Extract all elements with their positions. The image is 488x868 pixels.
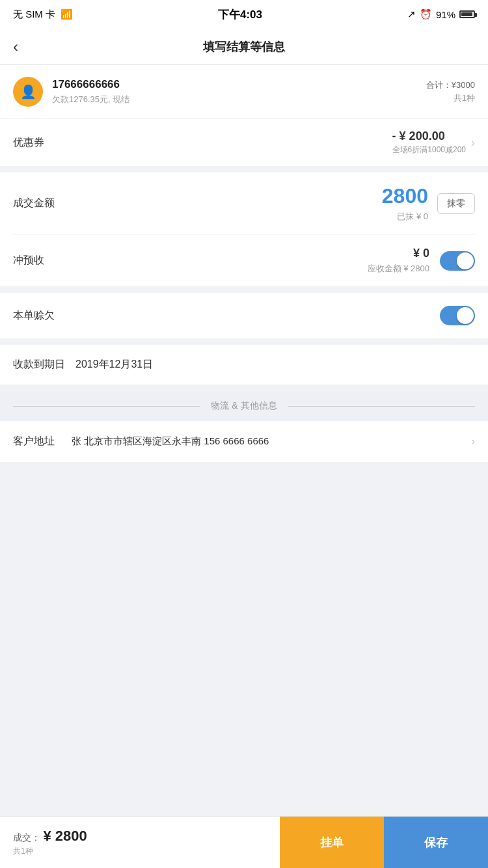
deal-amount-value: 2800 (382, 184, 428, 208)
customer-row: 👤 17666666666 欠款1276.35元, 现结 合计：¥3000 共1… (0, 65, 488, 118)
deal-amount-label: 成交金额 (13, 197, 55, 210)
divider-line-left (13, 406, 200, 407)
save-button[interactable]: 保存 (384, 817, 488, 868)
status-right: ↗ ⏰ 91% (407, 8, 475, 20)
deal-amount-row: 成交金额 2800 已抹 ¥ 0 抹零 (13, 172, 475, 235)
coupon-discount: - ¥ 200.00 (392, 129, 466, 143)
gray-area (0, 468, 488, 560)
bottom-deal-label: 成交： (13, 832, 40, 843)
hang-button[interactable]: 挂单 (280, 817, 384, 868)
avatar: 👤 (13, 77, 43, 107)
round-zero-button[interactable]: 抹零 (437, 193, 475, 214)
bottom-deal-amount: ¥ 2800 (43, 828, 87, 844)
battery-icon (459, 10, 475, 18)
deal-amount-sub: 已抹 ¥ 0 (382, 211, 428, 223)
arrearage-row: 本单赊欠 (0, 293, 488, 338)
customer-left: 👤 17666666666 欠款1276.35元, 现结 (13, 77, 129, 107)
deal-amount-group: 2800 已抹 ¥ 0 抹零 (382, 184, 475, 223)
prepay-row: 冲预收 ¥ 0 应收金额 ¥ 2800 (13, 235, 475, 286)
bottom-summary: 成交： ¥ 2800 共1种 (0, 828, 280, 857)
coupon-row[interactable]: 优惠券 - ¥ 200.00 全场6折满1000减200 › (0, 118, 488, 166)
coupon-right: - ¥ 200.00 全场6折满1000减200 › (392, 129, 475, 156)
customer-phone: 17666666666 (52, 78, 129, 91)
status-left: 无 SIM 卡 📶 (13, 8, 73, 21)
prepay-amount-group: ¥ 0 应收金额 ¥ 2800 (368, 247, 429, 275)
prepay-label: 冲预收 (13, 254, 44, 267)
status-time: 下午4:03 (218, 7, 262, 22)
location-icon: ↗ (407, 8, 416, 20)
divider-line-right (288, 406, 475, 407)
page-title: 填写结算等信息 (203, 39, 285, 55)
due-date-value: 2019年12月31日 (75, 358, 153, 372)
no-sim-text: 无 SIM 卡 (13, 8, 55, 21)
avatar-icon: 👤 (20, 84, 36, 100)
amount-section: 成交金额 2800 已抹 ¥ 0 抹零 冲预收 ¥ 0 应收金额 ¥ 2800 (0, 172, 488, 286)
bottom-deal-row: 成交： ¥ 2800 (13, 828, 267, 845)
bottom-bar: 成交： ¥ 2800 共1种 挂单 保存 (0, 816, 488, 868)
address-label: 客户地址 (13, 435, 59, 448)
customer-section: 👤 17666666666 欠款1276.35元, 现结 合计：¥3000 共1… (0, 65, 488, 166)
coupon-chevron-icon: › (471, 136, 475, 150)
total-label: 合计：¥3000 (426, 79, 475, 91)
prepay-sub: 应收金额 ¥ 2800 (368, 263, 429, 275)
address-value: 张 北京市市辖区海淀区永丰南 156 6666 6666 (72, 434, 471, 449)
customer-info: 17666666666 欠款1276.35元, 现结 (52, 78, 129, 105)
divider-text: 物流 & 其他信息 (211, 400, 277, 412)
status-bar: 无 SIM 卡 📶 下午4:03 ↗ ⏰ 91% (0, 0, 488, 29)
prepay-amount: ¥ 0 (368, 247, 429, 260)
address-row[interactable]: 客户地址 张 北京市市辖区海淀区永丰南 156 6666 6666 › (0, 421, 488, 462)
due-date-row: 收款到期日 2019年12月31日 (0, 345, 488, 385)
customer-sub: 欠款1276.35元, 现结 (52, 94, 129, 105)
logistics-divider: 物流 & 其他信息 (0, 391, 488, 421)
address-chevron-icon: › (471, 435, 475, 448)
nav-bar: ‹ 填写结算等信息 (0, 29, 488, 65)
back-button[interactable]: ‹ (13, 38, 18, 56)
battery-percent: 91% (436, 9, 455, 20)
wifi-icon: 📶 (61, 8, 73, 20)
bottom-actions: 挂单 保存 (280, 817, 488, 868)
address-section: 客户地址 张 北京市市辖区海淀区永丰南 156 6666 6666 › (0, 421, 488, 462)
alarm-icon: ⏰ (420, 8, 432, 20)
arrearage-label: 本单赊欠 (13, 309, 55, 323)
prepay-toggle[interactable] (440, 251, 475, 271)
coupon-sub: 全场6折满1000减200 (392, 144, 466, 156)
customer-count: 共1种 (426, 92, 475, 104)
due-date-section: 收款到期日 2019年12月31日 (0, 345, 488, 385)
coupon-label: 优惠券 (13, 136, 44, 150)
due-date-label: 收款到期日 (13, 358, 65, 372)
arrearage-section: 本单赊欠 (0, 293, 488, 338)
arrearage-toggle[interactable] (440, 306, 475, 325)
prepay-right: ¥ 0 应收金额 ¥ 2800 (368, 247, 475, 275)
bottom-deal-count: 共1种 (13, 846, 267, 857)
customer-total: 合计：¥3000 共1种 (426, 79, 475, 104)
